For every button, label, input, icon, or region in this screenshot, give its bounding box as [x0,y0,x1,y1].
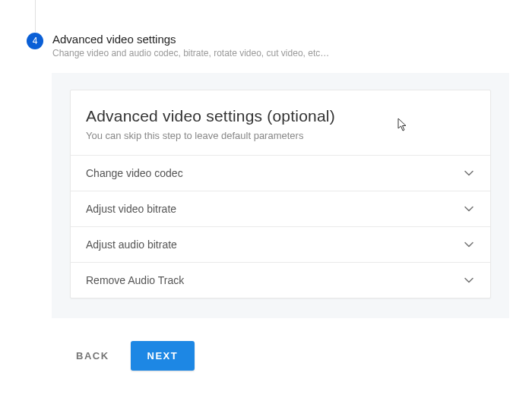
wizard-footer: BACK NEXT [52,341,532,371]
stepper-connector-line [35,0,36,32]
card-subtitle: You can skip this step to leave default … [86,130,475,141]
accordion-label: Adjust video bitrate [86,203,176,215]
accordion-adjust-audio-bitrate[interactable]: Adjust audio bitrate [71,226,490,262]
chevron-down-icon [463,274,475,286]
accordion-label: Change video codec [86,167,183,179]
step-header: 4 Advanced video settings Change video a… [0,0,532,59]
accordion-label: Adjust audio bitrate [86,238,177,251]
card-header: Advanced video settings (optional) You c… [71,90,490,155]
back-button[interactable]: BACK [70,343,116,369]
card-title: Advanced video settings (optional) [86,107,475,125]
chevron-down-icon [463,203,475,215]
accordion-adjust-video-bitrate[interactable]: Adjust video bitrate [71,191,490,226]
accordion-change-video-codec[interactable]: Change video codec [71,155,490,191]
accordion-label: Remove Audio Track [86,274,184,286]
step-subtitle: Change video and audio codec, bitrate, r… [52,48,329,60]
settings-card: Advanced video settings (optional) You c… [70,90,491,298]
step-title: Advanced video settings [52,32,329,47]
chevron-down-icon [463,167,475,179]
step-number-badge: 4 [27,33,43,49]
accordion-remove-audio-track[interactable]: Remove Audio Track [71,262,490,298]
chevron-down-icon [463,238,475,251]
step-titles: Advanced video settings Change video and… [52,32,329,59]
next-button[interactable]: NEXT [131,341,195,371]
content-panel: Advanced video settings (optional) You c… [52,73,509,318]
